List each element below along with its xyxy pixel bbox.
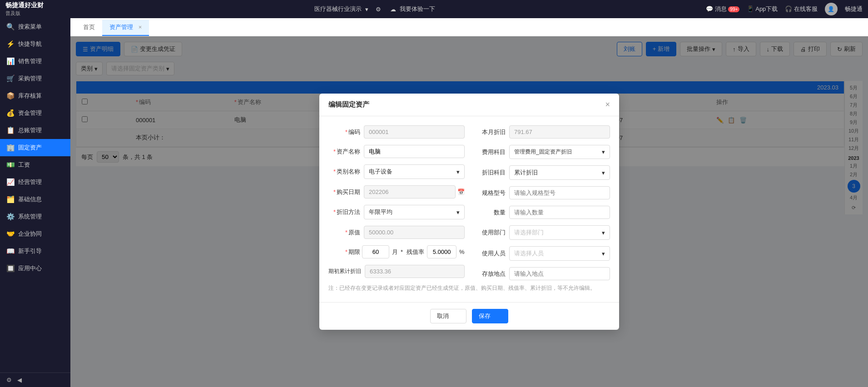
sidebar-item-ops[interactable]: 📈 经营管理 xyxy=(0,174,70,191)
original-value-label: 原值 xyxy=(348,229,360,236)
app-download-btn[interactable]: 📱 App下载 xyxy=(747,5,778,13)
dep-subject-label: 折旧科目 xyxy=(474,169,506,177)
chevron-down-icon: ▾ xyxy=(602,250,605,257)
ops-icon: 📈 xyxy=(6,178,15,186)
sidebar-item-coop[interactable]: 🤝 企业协同 xyxy=(0,225,70,243)
collapse-btn[interactable]: ◀ xyxy=(17,377,22,383)
residual-rate-label: 残值率 xyxy=(407,248,424,256)
original-value-input[interactable] xyxy=(364,226,465,239)
settings-btn[interactable]: ⚙ xyxy=(6,377,12,383)
search-icon: 🔍 xyxy=(6,23,15,31)
cancel-btn[interactable]: 取消 xyxy=(430,309,466,323)
spec-input[interactable] xyxy=(509,186,610,199)
quantity-input[interactable] xyxy=(509,206,610,219)
period-unit: 月 xyxy=(392,248,398,256)
person-label: 使用人员 xyxy=(474,249,506,258)
ledger-icon: 📋 xyxy=(6,126,15,134)
purchase-date-label: 购买日期 xyxy=(337,189,360,195)
location-label: 存放地点 xyxy=(474,270,506,278)
quantity-label: 数量 xyxy=(474,208,506,217)
dept-label: 使用部门 xyxy=(474,228,506,237)
period-input[interactable] xyxy=(362,245,389,258)
apps-icon: 🔲 xyxy=(6,264,15,273)
code-label: 编码 xyxy=(348,129,360,135)
dep-method-select[interactable]: 年限平均 ▾ xyxy=(364,205,465,219)
dep-method-label: 折旧方法 xyxy=(337,208,360,215)
initial-dep-input[interactable] xyxy=(365,265,465,278)
message-btn[interactable]: 💬 消息 99+ xyxy=(706,5,739,13)
money-icon: 💰 xyxy=(6,109,15,117)
name-input[interactable] xyxy=(364,145,465,158)
monthly-dep-label: 本月折旧 xyxy=(474,128,506,136)
sidebar-item-ledger[interactable]: 📋 总账管理 xyxy=(0,122,70,139)
tab-close-icon[interactable]: × xyxy=(139,24,142,30)
modal-close-btn[interactable]: × xyxy=(605,100,610,109)
dep-subject-select[interactable]: 累计折旧 ▾ xyxy=(509,165,610,180)
residual-rate-unit: % xyxy=(459,248,465,255)
sidebar-item-inventory[interactable]: 📦 库存核算 xyxy=(0,87,70,104)
box-icon: 📦 xyxy=(6,92,15,100)
building-icon: 🏢 xyxy=(6,144,15,152)
modal-overlay: 编辑固定资产 × *编码 xyxy=(70,36,868,387)
spec-label: 规格型号 xyxy=(474,189,506,197)
sidebar-item-apps[interactable]: 🔲 应用中心 xyxy=(0,260,70,277)
chart-icon: 📊 xyxy=(6,57,15,65)
sidebar-item-funds[interactable]: 💰 资金管理 xyxy=(0,104,70,122)
chevron-down-icon: ▾ xyxy=(456,209,460,216)
guide-icon: 📖 xyxy=(6,247,15,255)
initial-dep-label: 期初累计折旧 xyxy=(328,268,361,275)
username: 畅捷通 xyxy=(845,5,863,13)
sidebar-item-search[interactable]: 🔍 搜索菜单 xyxy=(0,18,70,35)
category-label: 类别名称 xyxy=(337,168,360,175)
online-service-btn[interactable]: 🎧 在线客服 xyxy=(785,5,818,13)
cart-icon: 🛒 xyxy=(6,74,15,83)
purchase-date-input[interactable] xyxy=(364,185,456,198)
save-btn[interactable]: 保存 xyxy=(472,309,508,323)
expense-subject-label: 费用科目 xyxy=(474,148,506,156)
app-logo: 畅捷通好业财 普及版 xyxy=(5,1,44,17)
tab-asset-mgmt[interactable]: 资产管理 × xyxy=(102,20,149,36)
chevron-down-icon: ▾ xyxy=(602,169,605,176)
salary-icon: 💵 xyxy=(6,161,15,169)
chevron-down-icon: ▾ xyxy=(602,229,605,236)
sidebar-item-salary[interactable]: 💵 工资 xyxy=(0,156,70,174)
chevron-down-icon: ▾ xyxy=(456,169,460,175)
industry-selector[interactable]: 医疗器械行业演示 ▾ ⚙ ☁ 我要体验一下 xyxy=(314,5,435,13)
period-label: 期限 xyxy=(348,248,360,255)
sidebar-item-base[interactable]: 🗂️ 基础信息 xyxy=(0,191,70,208)
chevron-down-icon: ▾ xyxy=(602,149,605,155)
expense-subject-select[interactable]: 管理费用_固定资产折旧 ▾ xyxy=(509,145,610,159)
tab-home[interactable]: 首页 xyxy=(76,20,102,36)
sidebar-item-system[interactable]: ⚙️ 系统管理 xyxy=(0,208,70,225)
system-icon: ⚙️ xyxy=(6,213,15,221)
user-avatar: 👤 xyxy=(825,3,838,15)
person-select[interactable]: 请选择人员 ▾ xyxy=(509,246,610,261)
lightning-icon: ⚡ xyxy=(6,40,15,48)
monthly-dep-input xyxy=(509,125,610,139)
category-select[interactable]: 电子设备 ▾ xyxy=(364,164,465,179)
residual-rate-input[interactable] xyxy=(427,245,456,258)
code-input[interactable] xyxy=(364,125,465,139)
name-label: 资产名称 xyxy=(337,148,360,155)
sidebar-item-purchase[interactable]: 🛒 采购管理 xyxy=(0,70,70,87)
sidebar-item-quicknav[interactable]: ⚡ 快捷导航 xyxy=(0,35,70,53)
base-icon: 🗂️ xyxy=(6,195,15,203)
coop-icon: 🤝 xyxy=(6,230,15,238)
sidebar-item-sales[interactable]: 📊 销售管理 xyxy=(0,53,70,70)
calendar-icon[interactable]: 📅 xyxy=(457,189,465,195)
location-input[interactable] xyxy=(509,267,610,280)
sidebar-item-assets[interactable]: 🏢 固定资产 xyxy=(0,139,70,156)
modal-title: 编辑固定资产 xyxy=(328,100,369,109)
edit-asset-modal: 编辑固定资产 × *编码 xyxy=(319,94,619,329)
sidebar-item-guide[interactable]: 📖 新手引导 xyxy=(0,243,70,260)
modal-note: 注：已经存在变更记录或者对应固定资产已经生成凭证，原值、购买日期、残值率、累计折… xyxy=(328,284,610,293)
dept-select[interactable]: 请选择部门 ▾ xyxy=(509,225,610,240)
